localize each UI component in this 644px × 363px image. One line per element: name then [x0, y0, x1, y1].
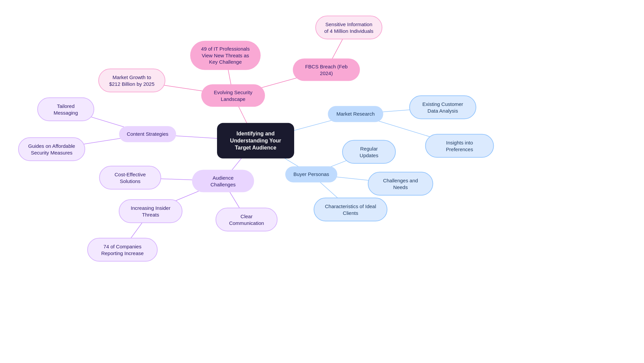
node-insider: Increasing Insider Threats	[119, 199, 182, 223]
center-node: Identifying and Understanding Your Targe…	[217, 123, 294, 159]
node-challenges_needs: Challenges and Needs	[368, 172, 433, 196]
node-itprof: 49 of IT Professionals View New Threats …	[190, 41, 261, 70]
node-market_research: Market Research	[328, 106, 383, 122]
node-companies74: 74 of Companies Reporting Increase	[87, 238, 158, 262]
mindmap-canvas: Identifying and Understanding Your Targe…	[0, 0, 644, 363]
node-tailored: Tailored Messaging	[37, 98, 94, 121]
node-regular_updates: Regular Updates	[342, 140, 396, 164]
node-audience_challenges: Audience Challenges	[192, 170, 254, 192]
node-content: Content Strategies	[119, 126, 176, 142]
node-existing_data: Existing Customer Data Analysis	[409, 96, 476, 119]
node-sensitive: Sensitive Information of 4 Million Indiv…	[315, 16, 382, 40]
node-buyer_personas: Buyer Personas	[285, 166, 337, 182]
node-fbcs: FBCS Breach (Feb 2024)	[293, 59, 360, 81]
node-clear_comm: Clear Communication	[216, 208, 278, 232]
node-guides: Guides on Affordable Security Measures	[18, 137, 85, 161]
node-market_growth: Market Growth to $212 Billion by 2025	[98, 69, 165, 93]
node-cost_effective: Cost-Effective Solutions	[99, 166, 161, 190]
node-insights: Insights into Preferences	[425, 134, 494, 158]
node-evolving: Evolving Security Landscape	[201, 84, 265, 107]
node-ideal_clients: Characteristics of Ideal Clients	[314, 198, 387, 222]
